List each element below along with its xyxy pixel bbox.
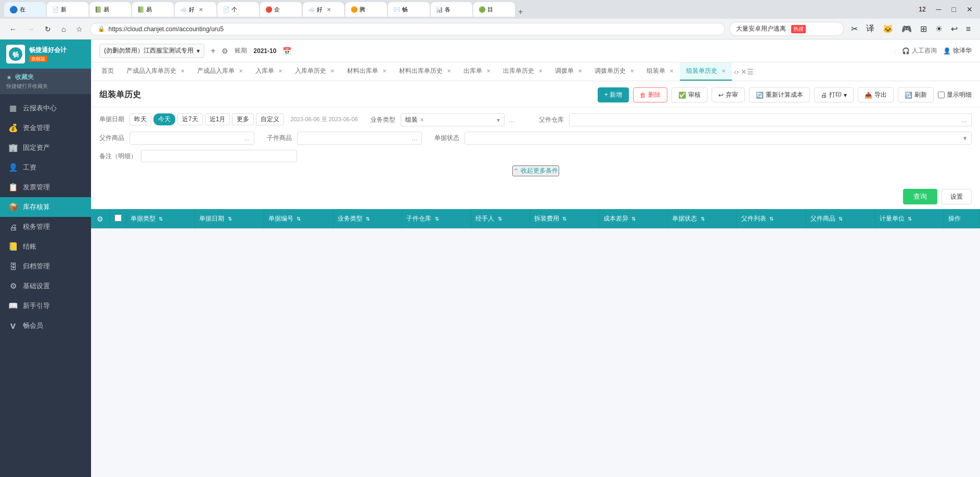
- print-button[interactable]: 🖨 打印 ▾: [814, 87, 854, 102]
- close-transfer[interactable]: ✕: [578, 68, 582, 74]
- date-btn-yesterday[interactable]: 昨天: [130, 113, 151, 125]
- date-btn-7days[interactable]: 近7天: [177, 113, 203, 125]
- tabs-collapse-right[interactable]: ›: [737, 68, 739, 76]
- window-close[interactable]: ✕: [963, 3, 976, 16]
- delete-button[interactable]: 🗑 删除: [633, 87, 667, 102]
- nav-tab-assembly[interactable]: 组装单 ✕: [640, 62, 680, 81]
- browser-tab-10[interactable]: ✉️ 畅: [388, 2, 430, 17]
- new-button[interactable]: + 新增: [598, 87, 629, 102]
- sort-biz-type[interactable]: ⇅: [366, 216, 370, 222]
- tab-close-5[interactable]: ✕: [199, 7, 203, 12]
- table-settings-col[interactable]: ⚙: [91, 209, 110, 228]
- close-current-tab[interactable]: ✕: [741, 68, 747, 76]
- sort-status[interactable]: ⇅: [701, 216, 705, 222]
- parent-goods-more[interactable]: ...: [244, 134, 250, 142]
- sun-button[interactable]: ☀: [932, 22, 946, 36]
- nav-tab-inbound-hist[interactable]: 入库单历史 ✕: [289, 62, 341, 81]
- browser-tab-6[interactable]: 📄 个: [217, 2, 259, 17]
- set-button[interactable]: 设置: [942, 189, 972, 204]
- back-button[interactable]: ←: [6, 23, 20, 35]
- status-dropdown-icon[interactable]: ▾: [963, 134, 967, 142]
- col-date[interactable]: 单据日期 ⇅: [195, 209, 264, 228]
- browser-tab-1[interactable]: 🔵 在: [4, 2, 46, 17]
- grid-button[interactable]: ⊞: [917, 22, 930, 36]
- sort-date[interactable]: ⇅: [228, 216, 232, 222]
- sidebar-item-tax[interactable]: 🖨 税务管理: [0, 217, 91, 237]
- nav-tab-prod-inbound-hist[interactable]: 产成品入库单历史 ✕: [120, 62, 191, 81]
- show-detail-checkbox[interactable]: [938, 92, 945, 98]
- col-parent-goods[interactable]: 父件商品 ⇅: [806, 209, 875, 228]
- sort-cost-diff[interactable]: ⇅: [631, 216, 636, 222]
- nav-tab-inbound[interactable]: 入库单 ✕: [249, 62, 289, 81]
- browser-tab-2[interactable]: 📄 新: [47, 2, 88, 17]
- emoji-button[interactable]: 🐱: [880, 22, 896, 36]
- refresh-button[interactable]: 🔃 刷新: [898, 87, 934, 102]
- browser-tab-5[interactable]: ☁️ 好 ✕: [175, 2, 216, 17]
- col-cost-diff[interactable]: 成本差异 ⇅: [599, 209, 668, 228]
- forward-button[interactable]: →: [24, 23, 37, 35]
- browser-tab-11[interactable]: 📊 各: [431, 2, 472, 17]
- close-material-out[interactable]: ✕: [382, 68, 386, 74]
- close-inbound-hist[interactable]: ✕: [330, 68, 334, 74]
- translate-button[interactable]: 译: [863, 21, 878, 36]
- col-parent-list[interactable]: 父件列表 ⇅: [737, 209, 806, 228]
- history-button[interactable]: ↩: [948, 22, 961, 36]
- col-child-warehouse[interactable]: 子件仓库 ⇅: [402, 209, 471, 228]
- sidebar-item-archive[interactable]: 🗄 归档管理: [0, 256, 91, 276]
- nav-tab-outbound[interactable]: 出库单 ✕: [457, 62, 497, 81]
- col-handler[interactable]: 经手人 ⇅: [471, 209, 530, 228]
- date-btn-today[interactable]: 今天: [153, 113, 175, 125]
- close-material-out-hist[interactable]: ✕: [447, 68, 451, 74]
- nav-tab-assembly-hist[interactable]: 组装单历史 ✕: [680, 62, 732, 81]
- tab-count-badge[interactable]: 12: [915, 5, 929, 14]
- home-button[interactable]: ⌂: [58, 23, 69, 35]
- search-bar[interactable]: 大量安卓用户逃离 热搜: [729, 22, 844, 36]
- new-tab-button[interactable]: +: [516, 7, 525, 17]
- sort-unit[interactable]: ⇅: [908, 216, 912, 222]
- date-btn-custom[interactable]: 自定义: [256, 113, 284, 125]
- date-btn-more[interactable]: 更多: [232, 113, 254, 125]
- settings-header-button[interactable]: ⚙: [222, 47, 228, 55]
- parent-warehouse-more[interactable]: ...: [961, 116, 967, 124]
- approve-button[interactable]: ✅ 审核: [672, 87, 707, 102]
- select-all-checkbox[interactable]: [114, 214, 122, 222]
- sort-number[interactable]: ⇅: [296, 216, 301, 222]
- close-prod-inbound[interactable]: ✕: [239, 68, 243, 74]
- date-btn-1month[interactable]: 近1月: [205, 113, 230, 125]
- sidebar-item-invoice[interactable]: 📋 发票管理: [0, 177, 91, 197]
- add-company-button[interactable]: +: [211, 46, 215, 56]
- browser-tab-9[interactable]: 🟠 腾: [345, 2, 387, 17]
- biz-type-more[interactable]: ...: [509, 116, 514, 124]
- sidebar-item-settlement[interactable]: 📒 结账: [0, 237, 91, 256]
- sidebar-item-cloud-reports[interactable]: ▦ 云报表中心: [0, 98, 91, 118]
- tab-close-8[interactable]: ✕: [327, 7, 331, 12]
- company-selector[interactable]: (勿删勿禁用）江西服宝测试专用 ▾: [99, 44, 204, 58]
- extensions-button[interactable]: ✂: [848, 22, 861, 36]
- sort-handler[interactable]: ⇅: [498, 216, 502, 222]
- sort-disassemble-fee[interactable]: ⇅: [562, 216, 566, 222]
- nav-tab-material-out[interactable]: 材料出库单 ✕: [341, 62, 393, 81]
- window-minimize[interactable]: ─: [933, 3, 945, 16]
- col-status[interactable]: 单据状态 ⇅: [668, 209, 737, 228]
- col-biz-type[interactable]: 业务类型 ⇅: [333, 209, 402, 228]
- remove-biz-type-tag[interactable]: ✕: [420, 117, 424, 123]
- nav-tab-home[interactable]: 首页: [95, 62, 120, 81]
- browser-tab-7[interactable]: 🔴 企: [260, 2, 302, 17]
- nav-tab-prod-inbound[interactable]: 产成品入库单 ✕: [191, 62, 249, 81]
- sidebar-favorites[interactable]: ★ 收藏夹 快捷键打开收藏夹: [0, 69, 91, 94]
- consult-button[interactable]: 🎧 人工咨询: [902, 46, 937, 55]
- close-assembly[interactable]: ✕: [669, 68, 674, 74]
- nav-tab-transfer-hist[interactable]: 调拨单历史 ✕: [588, 62, 640, 81]
- col-disassemble-fee[interactable]: 拆装费用 ⇅: [530, 209, 599, 228]
- browser-tab-3[interactable]: 📗 易: [89, 2, 131, 17]
- export-button[interactable]: 📤 导出: [858, 87, 894, 102]
- sidebar-item-inventory[interactable]: 📦 库存核算: [0, 197, 91, 217]
- nav-tab-outbound-hist[interactable]: 出库单历史 ✕: [497, 62, 549, 81]
- address-bar[interactable]: 🔒 https://cloud.chanjet.com/accounting/u…: [90, 23, 725, 35]
- col-number[interactable]: 单据编号 ⇅: [264, 209, 333, 228]
- close-prod-inbound-hist[interactable]: ✕: [180, 68, 185, 74]
- sidebar-item-finance[interactable]: 💰 资金管理: [0, 118, 91, 138]
- sort-type[interactable]: ⇅: [159, 216, 163, 222]
- recalculate-button[interactable]: 🔄 重新计算成本: [749, 87, 810, 102]
- show-detail-checkbox-label[interactable]: 显示明细: [938, 91, 972, 99]
